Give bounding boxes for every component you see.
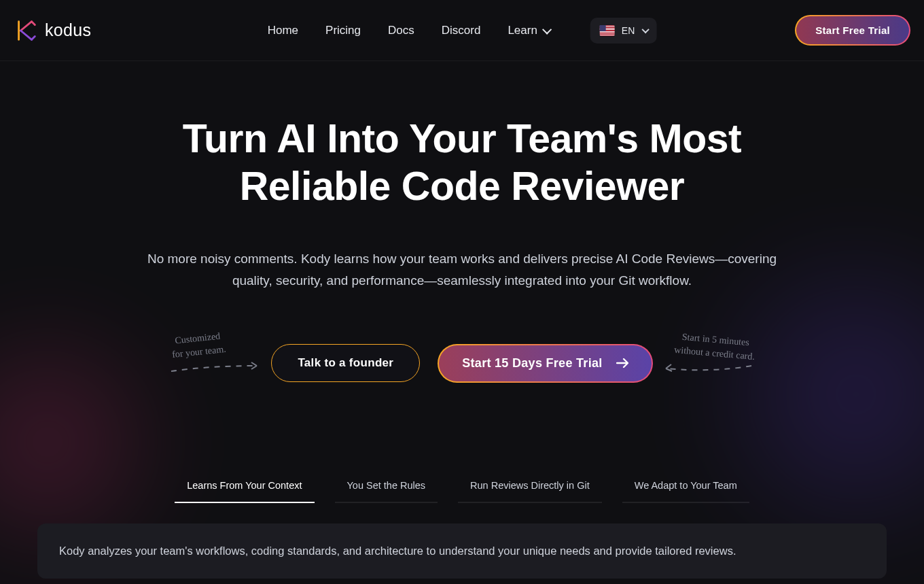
feature-tabs: Learns From Your Context You Set the Rul… [0,475,924,503]
logo-icon [14,18,39,44]
language-switcher[interactable]: EN [590,18,656,44]
navbar: kodus Home Pricing Docs Discord Learn EN… [0,0,924,61]
nav-home[interactable]: Home [268,24,298,37]
tab-adapt-to-team[interactable]: We Adapt to Your Team [622,475,749,503]
nav-links: Home Pricing Docs Discord Learn EN [268,18,657,44]
tab-run-in-git[interactable]: Run Reviews Directly in Git [458,475,602,503]
tab-you-set-rules[interactable]: You Set the Rules [335,475,438,503]
brand-logo[interactable]: kodus [14,18,91,44]
chevron-down-icon [641,25,649,33]
annotation-left: Customized for your team. [170,329,226,361]
start-free-trial-label: Start Free Trial [815,24,890,36]
page-title: Turn AI Into Your Team's Most Reliable C… [156,116,768,210]
hero: Turn AI Into Your Team's Most Reliable C… [0,61,924,579]
nav-discord[interactable]: Discord [442,24,481,37]
nav-learn[interactable]: Learn [508,24,549,37]
cta-row: Customized for your team. Talk to a foun… [0,344,924,383]
nav-docs[interactable]: Docs [388,24,414,37]
start-free-trial-button[interactable]: Start Free Trial [795,15,910,46]
tab-panel-content: Kody analyzes your team's workflows, cod… [37,523,887,579]
tab-learns-from-context[interactable]: Learns From Your Context [175,475,314,503]
chevron-down-icon [542,24,552,34]
dashed-arrow-left-icon [170,359,265,379]
title-line-2: Reliable Code Reviewer [240,164,685,209]
nav-pricing[interactable]: Pricing [325,24,361,37]
title-line-1: Turn AI Into Your Team's Most [183,116,741,161]
dashed-arrow-right-icon [658,360,753,381]
talk-to-founder-button[interactable]: Talk to a founder [271,344,420,382]
language-code: EN [622,25,635,36]
hero-subtitle: No more noisy comments. Kody learns how … [139,248,785,291]
talk-to-founder-label: Talk to a founder [298,356,393,369]
flag-us-icon [600,25,615,36]
brand-name: kodus [45,20,91,40]
nav-learn-label: Learn [508,24,537,37]
annotation-right: Start in 5 minutes without a credit card… [674,330,757,363]
start-trial-label: Start 15 Days Free Trial [462,356,602,371]
start-trial-button[interactable]: Start 15 Days Free Trial [438,344,652,383]
arrow-right-icon [616,358,628,368]
